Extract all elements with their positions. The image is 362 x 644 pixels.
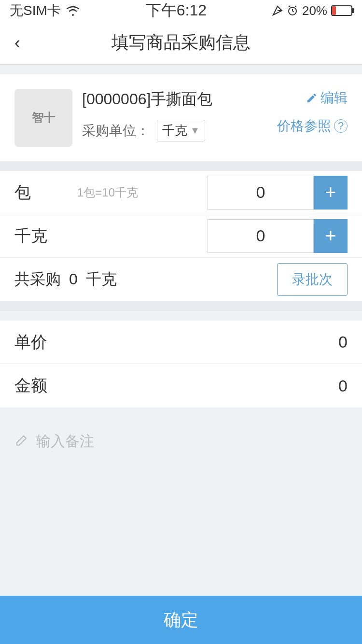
confirm-bar[interactable]: 确定 [0,596,362,644]
confirm-button[interactable]: 确定 [164,608,198,632]
bao-input[interactable] [208,176,314,210]
svg-line-5 [289,6,290,7]
svg-line-6 [295,6,296,7]
kg-label: 千克 [14,225,72,247]
edit-button[interactable]: 编辑 [306,89,348,107]
price-section: 单价 0 金额 0 [0,321,362,407]
section-divider-1 [0,161,362,171]
battery-percent: 20% [302,3,327,18]
product-name: [0000006]手撕面包 [82,89,267,110]
page-title: 填写商品采购信息 [111,31,251,55]
status-right: 20% [272,3,352,18]
bao-sub-label: 1包=10千克 [77,185,138,200]
unit-label: 采购单位： [82,122,150,140]
nav-bar: ‹ 填写商品采购信息 [0,21,362,65]
edit-icon [306,92,318,104]
bao-label: 包 [14,182,72,204]
summary-unit: 千克 [86,270,117,288]
status-bar: 无SIM卡 下午6:12 20% [0,0,362,21]
product-image: 智十 [14,89,72,147]
bao-input-row: 包 1包=10千克 + [0,171,362,214]
summary-section: 共采购 0 千克 录批次 [0,258,362,301]
network-label: 无SIM卡 [10,1,61,20]
unit-price-label: 单价 [14,331,47,353]
pencil-icon [14,434,29,449]
input-section: 包 1包=10千克 + 千克 + [0,171,362,258]
price-ref-button[interactable]: 价格参照 ? [277,117,348,135]
product-card: 智十 [0000006]手撕面包 采购单位： 千克 ▼ 编辑 价格参照 ? [0,74,362,161]
back-button[interactable]: ‹ [14,33,20,53]
wifi-icon [66,5,80,16]
summary-prefix: 共采购 [14,270,61,288]
status-time: 下午6:12 [146,0,207,21]
kg-input[interactable] [208,219,314,253]
unit-price-value: 0 [338,333,348,351]
kg-plus-button[interactable]: + [314,219,348,253]
product-unit-row: 采购单位： 千克 ▼ [82,120,267,141]
amount-label: 金额 [14,375,47,397]
svg-line-4 [292,11,294,12]
edit-label: 编辑 [320,89,348,107]
bao-plus-button[interactable]: + [314,176,348,210]
alarm-icon [287,5,298,16]
summary-amount: 0 [69,270,78,288]
main-content: 智十 [0000006]手撕面包 采购单位： 千克 ▼ 编辑 价格参照 ? [0,74,362,524]
product-logo: 智十 [32,111,55,125]
record-button[interactable]: 录批次 [277,263,348,296]
kg-input-row: 千克 + [0,214,362,258]
price-ref-label: 价格参照 [277,117,331,135]
unit-price-row: 单价 0 [0,321,362,364]
remark-section[interactable]: 输入备注 [0,417,362,466]
amount-row: 金额 0 [0,364,362,407]
kg-input-wrapper: + [208,219,348,253]
help-icon: ? [334,119,348,133]
status-left: 无SIM卡 [10,1,80,20]
svg-line-7 [24,436,26,438]
product-actions: 编辑 价格参照 ? [277,89,348,135]
unit-value: 千克 [162,122,187,139]
product-info: [0000006]手撕面包 采购单位： 千克 ▼ [82,89,267,141]
summary-row: 共采购 0 千克 录批次 [0,258,362,301]
summary-text: 共采购 0 千克 [14,269,117,290]
location-icon [272,5,283,16]
unit-select[interactable]: 千克 ▼ [157,120,205,141]
remark-placeholder[interactable]: 输入备注 [36,432,94,451]
amount-value: 0 [338,377,348,395]
battery-icon [331,5,352,16]
unit-arrow-icon: ▼ [190,125,200,136]
bao-input-wrapper: + [208,176,348,210]
section-divider-2 [0,301,362,311]
